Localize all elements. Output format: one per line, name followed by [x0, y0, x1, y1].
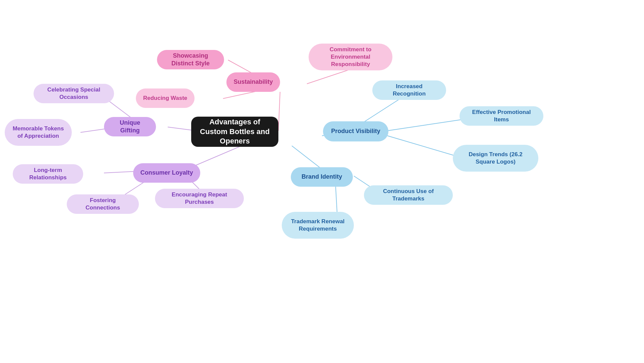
node-memorable: Memorable Tokens of Appreciation [5, 119, 72, 146]
node-long-term: Long-term Relationships [13, 164, 83, 184]
node-encouraging: Encouraging Repeat Purchases [155, 189, 244, 208]
mindmap: Advantages of Custom Bottles and Openers… [0, 0, 644, 363]
node-celebrating: Celebrating Special Occasions [34, 84, 114, 103]
node-brand-identity: Brand Identity [291, 167, 353, 187]
svg-line-14 [387, 136, 461, 158]
node-design-trends: Design Trends (26.2 Square Logos) [453, 145, 538, 172]
node-sustainability: Sustainability [226, 72, 280, 92]
center-node: Advantages of Custom Bottles and Openers [191, 117, 278, 147]
svg-line-17 [335, 183, 337, 213]
node-commitment: Commitment to Environmental Responsibili… [309, 44, 392, 70]
node-trademark-renewal: Trademark Renewal Requirements [282, 212, 354, 239]
svg-line-13 [387, 119, 468, 131]
node-effective-promotional: Effective Promotional Items [460, 106, 543, 126]
node-showcasing: Showcasing Distinct Style [157, 50, 224, 69]
node-fostering: Fostering Connections [67, 194, 139, 214]
svg-line-0 [278, 92, 280, 131]
node-unique-gifting: Unique Gifting [104, 117, 156, 136]
node-increased-recognition: Increased Recognition [372, 80, 446, 100]
node-consumer-loyalty: Consumer Loyalty [133, 163, 200, 183]
node-reducing-waste: Reducing Waste [136, 88, 195, 108]
svg-line-7 [191, 146, 241, 167]
node-continuous-use: Continuous Use of Trademarks [364, 185, 453, 205]
svg-line-15 [292, 146, 322, 169]
node-product-visibility: Product Visibility [323, 121, 388, 141]
